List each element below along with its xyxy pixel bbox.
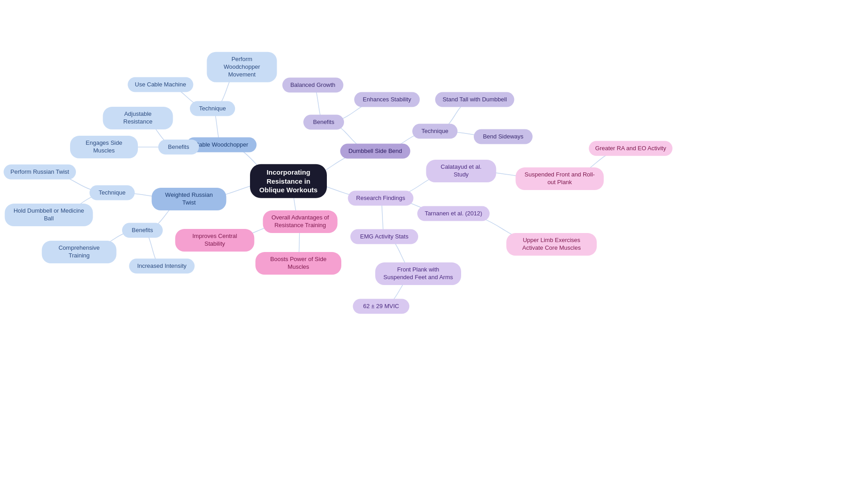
- node-cwBenefits[interactable]: Benefits: [158, 140, 199, 155]
- node-center[interactable]: Incorporating Resistance in Oblique Work…: [250, 164, 327, 198]
- node-wrPerform[interactable]: Perform Russian Twist: [4, 165, 76, 180]
- node-dsbStandTall[interactable]: Stand Tall with Dumbbell: [435, 92, 514, 107]
- node-emgActivity[interactable]: EMG Activity Stats: [350, 229, 418, 244]
- node-suspendedFront[interactable]: Suspended Front and Roll-out Plank: [516, 167, 604, 190]
- node-tarnanen[interactable]: Tarnanen et al. (2012): [417, 206, 490, 221]
- node-upperLimb[interactable]: Upper Limb Exercises Activate Core Muscl…: [506, 233, 597, 256]
- node-weightedRussian[interactable]: Weighted Russian Twist: [152, 188, 226, 210]
- node-dsbTechnique[interactable]: Technique: [412, 124, 458, 139]
- node-cwTechnique[interactable]: Technique: [190, 101, 235, 116]
- node-researchFindings[interactable]: Research Findings: [348, 191, 414, 206]
- node-improvesCentral[interactable]: Improves Central Stability: [175, 229, 255, 252]
- node-dsbBenefits[interactable]: Benefits: [303, 115, 344, 130]
- node-wrBenefits[interactable]: Benefits: [122, 223, 163, 238]
- node-cwPerform[interactable]: Perform Woodchopper Movement: [207, 52, 277, 82]
- node-wrHold[interactable]: Hold Dumbbell or Medicine Ball: [5, 204, 93, 226]
- node-wrIncreased[interactable]: Increased Intensity: [129, 259, 195, 274]
- mind-map: Incorporating Resistance in Oblique Work…: [0, 0, 868, 490]
- node-boostsPower[interactable]: Boosts Power of Side Muscles: [255, 252, 341, 275]
- node-dsbEnhances[interactable]: Enhances Stability: [354, 92, 420, 107]
- node-mvic[interactable]: 62 ± 29 MVIC: [353, 299, 410, 314]
- node-wrComprehensive[interactable]: Comprehensive Training: [42, 241, 117, 263]
- node-wrTechnique[interactable]: Technique: [90, 186, 135, 200]
- node-overallAdvantages[interactable]: Overall Advantages of Resistance Trainin…: [263, 210, 338, 233]
- node-dumbbellSideBend[interactable]: Dumbbell Side Bend: [340, 144, 410, 159]
- node-frontPlank[interactable]: Front Plank with Suspended Feet and Arms: [375, 262, 461, 285]
- connections-layer: [0, 0, 868, 490]
- node-cwAdjustable[interactable]: Adjustable Resistance: [103, 107, 173, 129]
- node-dsbBendSideways[interactable]: Bend Sideways: [474, 129, 533, 144]
- node-dsbBalanced[interactable]: Balanced Growth: [283, 78, 344, 93]
- node-calatayud[interactable]: Calatayud et al. Study: [426, 160, 496, 182]
- node-greaterRA[interactable]: Greater RA and EO Activity: [589, 141, 673, 156]
- node-cwEngages[interactable]: Engages Side Muscles: [70, 136, 138, 158]
- node-cwUseCable[interactable]: Use Cable Machine: [128, 77, 193, 92]
